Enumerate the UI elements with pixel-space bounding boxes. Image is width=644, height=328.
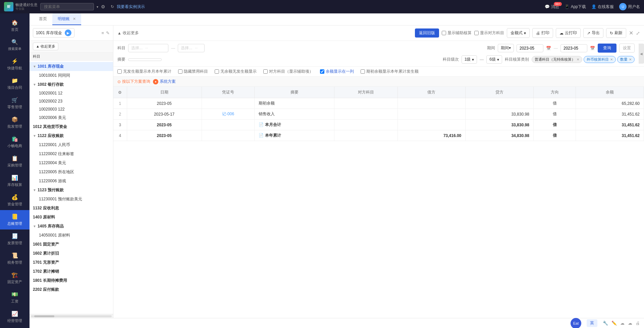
- app-download-button[interactable]: 📱 App下载: [565, 4, 586, 10]
- show-contra-input[interactable]: [474, 31, 479, 35]
- refresh-button[interactable]: ↻ 刷新: [606, 28, 626, 38]
- gear-icon[interactable]: ⚙: [118, 90, 122, 95]
- expand-button[interactable]: ▲ 收起更多: [33, 43, 58, 50]
- print-button[interactable]: 🖨 打印: [532, 28, 553, 38]
- sidebar-item-tax[interactable]: 📜 税务管理: [0, 249, 30, 268]
- cloud-icon2[interactable]: ☁: [628, 321, 632, 326]
- tree-item-14050001[interactable]: 14050001 原材料: [30, 231, 113, 240]
- sidebar-item-fixed-asset[interactable]: 🏗️ 固定资产: [0, 268, 30, 288]
- cb-no-balance[interactable]: 无余额无发生额显示: [215, 69, 257, 74]
- period-start-input[interactable]: [517, 44, 543, 52]
- tree-item-1122[interactable]: ▼ 1122 应收账款: [30, 131, 113, 140]
- sidebar-item-project[interactable]: 📁 项目合同: [0, 74, 30, 93]
- sidebar-item-wholesale[interactable]: 📦 批发管理: [0, 113, 30, 132]
- tag-foreign-close[interactable]: ✕: [610, 58, 613, 61]
- cb-no-balance-input[interactable]: [215, 69, 219, 74]
- tree-item-10010001[interactable]: 10010001 同同同: [30, 71, 113, 80]
- sidebar-item-shop[interactable]: 🛍️ 小畅电商: [0, 132, 30, 152]
- english-button[interactable]: 英: [587, 319, 597, 327]
- tree-item-1012[interactable]: 1012 其他货币资金: [30, 122, 113, 131]
- sidebar-item-salary[interactable]: 💵 工资: [0, 288, 30, 307]
- tree-item-2202[interactable]: 2202 应付账款: [30, 285, 113, 294]
- level-start-select[interactable]: 1级 ▾: [462, 55, 477, 64]
- tree-item-11220001[interactable]: 11220001 人民币: [30, 140, 113, 149]
- more-button[interactable]: ▲ 收起更多: [117, 30, 139, 36]
- tag-quantity-close[interactable]: ✕: [629, 58, 632, 61]
- account-filter-input2[interactable]: 选择... ···: [178, 44, 205, 52]
- sidebar-item-home[interactable]: 🏠 首页: [0, 16, 30, 36]
- tree-item-10020002[interactable]: 10020002 23: [30, 97, 113, 105]
- tag-normal[interactable]: 普通科目（无特殊核算） ✕: [532, 56, 582, 63]
- settings-icon[interactable]: ⚙: [101, 4, 105, 9]
- filter-icon-btn[interactable]: ⊙ 按以下方案查询: [117, 79, 150, 84]
- tree-item-1701[interactable]: 1701 无形资产: [30, 258, 113, 267]
- account-selector[interactable]: 1001 库存现金 ▶: [33, 28, 74, 38]
- sidebar-item-search[interactable]: 🔍 搜索菜单: [0, 36, 30, 55]
- level-end-select[interactable]: 6级 ▾: [486, 55, 502, 64]
- left-panel-scrollbar[interactable]: [30, 314, 113, 318]
- message-button[interactable]: 💬 消息 99+: [545, 4, 559, 10]
- tree-item-10020006[interactable]: 10020006 美元: [30, 113, 113, 122]
- cb-contra-input[interactable]: [263, 69, 268, 74]
- selector-next-arrow[interactable]: ▶: [65, 29, 71, 36]
- panel-close-button[interactable]: ✕: [629, 30, 633, 36]
- cb-period-init-input[interactable]: [361, 69, 365, 74]
- cloud-icon1[interactable]: ☁: [620, 321, 625, 326]
- filter-collapse-button[interactable]: ◀: [639, 44, 644, 64]
- scheme-item[interactable]: ● 系统方案: [153, 79, 176, 84]
- sidebar-item-retail[interactable]: 🛒 零售管理: [0, 93, 30, 113]
- tree-item-11220006[interactable]: 11220006 游戏: [30, 177, 113, 186]
- search-dropdown-arrow[interactable]: ▾: [97, 5, 98, 9]
- tag-foreign[interactable]: 外币核算科目 ✕: [584, 56, 616, 63]
- tree-item-1601[interactable]: 1601 固定资产: [30, 240, 113, 249]
- tree-item-11220005[interactable]: 11220005 所在地区: [30, 168, 113, 177]
- tree-item-1001[interactable]: ▼ 1001 库存现金: [30, 62, 113, 71]
- amount-mode-button[interactable]: 金额式 ▾: [507, 28, 530, 38]
- tree-item-1132[interactable]: 1132 应收利息: [30, 204, 113, 213]
- cb-no-amount[interactable]: 无发生额显示本月本年累计: [117, 69, 171, 74]
- account-filter-input[interactable]: 选择... ···: [128, 44, 168, 52]
- tree-item-1602[interactable]: 1602 累计折旧: [30, 249, 113, 258]
- tree-item-1405[interactable]: ▼ 1405 库存商品: [30, 222, 113, 231]
- sidebar-item-report[interactable]: 📄 小畅报销: [0, 327, 30, 328]
- sidebar-item-quick-nav[interactable]: ⚡ 快捷导航: [0, 55, 30, 74]
- th-gear[interactable]: ⚙: [113, 87, 127, 98]
- cb-hide-disabled[interactable]: 隐藏禁用科目: [178, 69, 208, 74]
- sidebar-item-inventory[interactable]: 📊 库存核算: [0, 171, 30, 191]
- eat-button[interactable]: Eat: [571, 318, 581, 328]
- tree-item-11220004[interactable]: 11220004 美元: [30, 158, 113, 168]
- cb-balance-col[interactable]: 余额显示在一列: [320, 69, 354, 74]
- print-icon-bottom[interactable]: 🖨: [636, 321, 640, 326]
- show-aux-input[interactable]: [442, 31, 446, 35]
- export-button[interactable]: ↗ 导出: [583, 28, 603, 38]
- demo-link[interactable]: 我要看实例演示: [117, 4, 145, 10]
- tree-item-1002[interactable]: ▼ 1002 银行存款: [30, 80, 113, 89]
- cb-hide-disabled-input[interactable]: [178, 69, 182, 74]
- show-contra-checkbox[interactable]: 显示对方科目: [474, 30, 504, 36]
- period-end-input[interactable]: [560, 44, 587, 52]
- query-button[interactable]: 查询: [598, 44, 616, 53]
- summary-input[interactable]: [128, 58, 162, 61]
- tree-item-1123[interactable]: ▼ 1123 预付账款: [30, 186, 113, 195]
- top-search-input[interactable]: [40, 3, 94, 10]
- cb-period-init[interactable]: 期初余额显示本年累计发生额: [361, 69, 419, 74]
- panel-edit-icon[interactable]: ✎: [106, 30, 110, 36]
- tree-item-11230001[interactable]: 11230001 预付账款美元: [30, 195, 113, 204]
- tag-normal-close[interactable]: ✕: [577, 58, 579, 61]
- tree-item-11220002[interactable]: 11220002 往来标签: [30, 149, 113, 158]
- tools-icon[interactable]: 🔧: [603, 321, 608, 326]
- panel-list-icon[interactable]: ≡: [101, 30, 104, 36]
- cloud-print-button[interactable]: ☁ 云打印: [556, 28, 581, 38]
- cb-balance-col-input[interactable]: [320, 69, 324, 74]
- filter-settings-button[interactable]: 设置: [619, 44, 635, 53]
- tree-item-1801[interactable]: 1801 长期待摊费用: [30, 276, 113, 285]
- period-calendar-icon[interactable]: 📅: [546, 46, 551, 51]
- sidebar-item-invoice[interactable]: 🧾 发票管理: [0, 229, 30, 249]
- sidebar-item-purchase[interactable]: 📋 采购管理: [0, 152, 30, 171]
- tab-detail[interactable]: 明细账 ✕: [52, 13, 81, 25]
- td-voucher-2[interactable]: 记-006: [202, 109, 255, 120]
- maximize-button[interactable]: ⤢: [636, 30, 640, 36]
- tab-home[interactable]: 首页: [34, 13, 52, 25]
- period-calendar-icon2[interactable]: 📅: [590, 46, 595, 51]
- tree-item-10020001[interactable]: 10020001 12: [30, 89, 113, 97]
